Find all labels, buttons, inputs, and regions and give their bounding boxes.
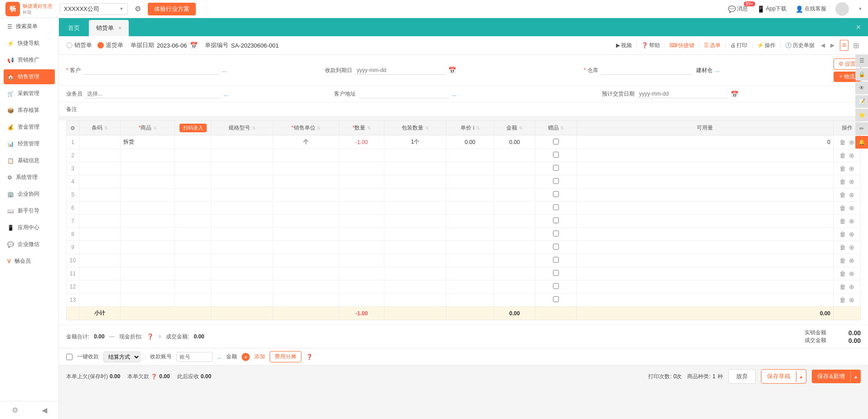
cell-pack-qty-13[interactable] <box>384 294 446 307</box>
cell-price-4[interactable] <box>446 175 494 188</box>
cell-pack-qty-2[interactable] <box>384 149 446 162</box>
cell-unit-7[interactable] <box>273 215 339 228</box>
cell-quantity-7[interactable] <box>339 215 384 228</box>
customer-input[interactable] <box>83 66 219 75</box>
delete-icon-7[interactable]: 🗑 <box>839 217 846 225</box>
sidebar-settings-icon[interactable]: ⚙ <box>12 406 18 414</box>
cell-spec-11[interactable] <box>211 267 273 280</box>
cell-amount-6[interactable] <box>494 202 535 215</box>
cell-amount-9[interactable] <box>494 241 535 254</box>
cell-spec-6[interactable] <box>211 202 273 215</box>
cell-barcode-12[interactable] <box>79 280 121 294</box>
price-info-icon[interactable]: ℹ <box>473 125 475 130</box>
tab-home[interactable]: 首页 <box>59 20 89 36</box>
radio-return[interactable]: 退货单 <box>97 41 123 49</box>
cell-quantity-1[interactable]: -1.00 <box>339 135 384 149</box>
cell-spec-12[interactable] <box>211 280 273 294</box>
print-btn[interactable]: 🖨 打印 <box>727 41 750 50</box>
close-window-btn[interactable]: × <box>856 23 868 32</box>
due-date-input[interactable] <box>355 66 446 75</box>
cell-amount-10[interactable] <box>494 254 535 267</box>
cell-spec-10[interactable] <box>211 254 273 267</box>
next-btn[interactable]: ▶ <box>829 41 836 49</box>
delete-icon-13[interactable]: 🗑 <box>839 296 846 303</box>
grid-view-btn[interactable]: ⊞ <box>851 40 861 51</box>
cell-quantity-5[interactable] <box>339 188 384 202</box>
cell-barcode-6[interactable] <box>79 202 121 215</box>
cell-product-6[interactable] <box>121 202 175 215</box>
save-new-btn[interactable]: 保存&新增 <box>812 370 850 383</box>
cell-product-11[interactable] <box>121 267 175 280</box>
cell-amount-13[interactable] <box>494 294 535 307</box>
cell-price-12[interactable] <box>446 280 494 294</box>
cell-gift-2[interactable] <box>535 149 577 162</box>
cell-unit-6[interactable] <box>273 202 339 215</box>
add-payment-btn[interactable]: + <box>242 353 250 361</box>
cell-unit-2[interactable] <box>273 149 339 162</box>
help-btn[interactable]: ❓ 帮助 <box>639 41 663 50</box>
scan-input-btn[interactable]: 扫码录入 <box>179 124 207 132</box>
sidebar-item-finance[interactable]: 💰 资金管理 <box>0 119 58 135</box>
cell-product-13[interactable] <box>121 294 175 307</box>
warehouse-ellipsis[interactable]: ... <box>715 67 720 73</box>
right-panel-btn-2[interactable]: 🔒 <box>855 68 868 81</box>
cell-unit-12[interactable] <box>273 280 339 294</box>
cell-gift-5[interactable] <box>535 188 577 202</box>
copy-icon-5[interactable]: ⊕ <box>849 191 854 198</box>
cell-price-10[interactable] <box>446 254 494 267</box>
sidebar-item-vip[interactable]: V 畅会员 <box>0 253 58 270</box>
trial-btn[interactable]: 体验行业方案 <box>148 3 196 15</box>
delete-icon-4[interactable]: 🗑 <box>839 178 846 185</box>
sidebar-item-guide[interactable]: 📖 新手引导 <box>0 202 58 219</box>
cell-action-10[interactable]: 🗑 ⊕ <box>834 254 861 267</box>
cell-product-10[interactable] <box>121 254 175 267</box>
sidebar-item-inventory[interactable]: 📦 库存核算 <box>0 102 58 119</box>
cell-unit-8[interactable] <box>273 228 339 241</box>
cell-pack-qty-7[interactable] <box>384 215 446 228</box>
col-settings[interactable]: ⚙ <box>67 121 79 135</box>
cell-barcode-4[interactable] <box>79 175 121 188</box>
cell-gift-4[interactable] <box>535 175 577 188</box>
cell-spec-2[interactable] <box>211 149 273 162</box>
copy-icon-10[interactable]: ⊕ <box>849 257 854 264</box>
cell-price-3[interactable] <box>446 162 494 175</box>
cell-unit-10[interactable] <box>273 254 339 267</box>
cell-price-7[interactable] <box>446 215 494 228</box>
message-btn[interactable]: 💬 消息 99+ <box>728 5 748 13</box>
history-btn[interactable]: 🕐 历史单据 <box>782 41 817 50</box>
sidebar-item-operations[interactable]: 📊 经营管理 <box>0 135 58 152</box>
discard-btn[interactable]: 放弃 <box>728 369 756 384</box>
cell-unit-1[interactable]: 个 <box>273 135 339 149</box>
cell-price-11[interactable] <box>446 267 494 280</box>
customer-addr-input[interactable] <box>359 90 449 98</box>
delete-icon-5[interactable]: 🗑 <box>839 191 846 198</box>
sidebar-item-base-info[interactable]: 📋 基础信息 <box>0 152 58 169</box>
save-draft-btn[interactable]: 保存草稿 <box>761 370 796 383</box>
cell-amount-12[interactable] <box>494 280 535 294</box>
copy-icon-11[interactable]: ⊕ <box>849 270 854 277</box>
delete-icon-12[interactable]: 🗑 <box>839 283 846 290</box>
save-draft-arrow[interactable]: ▲ <box>796 371 806 382</box>
cell-barcode-7[interactable] <box>79 215 121 228</box>
ellipsis-account[interactable]: ... <box>217 354 222 360</box>
cell-price-5[interactable] <box>446 188 494 202</box>
salesperson-input[interactable] <box>85 90 221 98</box>
cell-unit-3[interactable] <box>273 162 339 175</box>
sidebar-item-purchase[interactable]: 🛒 采购管理 <box>0 85 58 102</box>
cell-product-4[interactable] <box>121 175 175 188</box>
settings-icon-btn[interactable]: ⚙ <box>131 3 144 15</box>
cell-barcode-10[interactable] <box>79 254 121 267</box>
sidebar-collapse-icon[interactable]: ◀ <box>42 406 47 414</box>
cell-barcode-11[interactable] <box>79 267 121 280</box>
cell-action-13[interactable]: 🗑 ⊕ <box>834 294 861 307</box>
right-panel-btn-4[interactable]: 📝 <box>855 95 868 108</box>
cell-amount-11[interactable] <box>494 267 535 280</box>
cell-pack-qty-1[interactable]: 1个 <box>384 135 446 149</box>
cell-barcode-5[interactable] <box>79 188 121 202</box>
cell-price-9[interactable] <box>446 241 494 254</box>
cell-action-11[interactable]: 🗑 ⊕ <box>834 267 861 280</box>
copy-icon-3[interactable]: ⊕ <box>849 165 854 172</box>
cell-product-9[interactable] <box>121 241 175 254</box>
cell-quantity-12[interactable] <box>339 280 384 294</box>
cell-product-12[interactable] <box>121 280 175 294</box>
